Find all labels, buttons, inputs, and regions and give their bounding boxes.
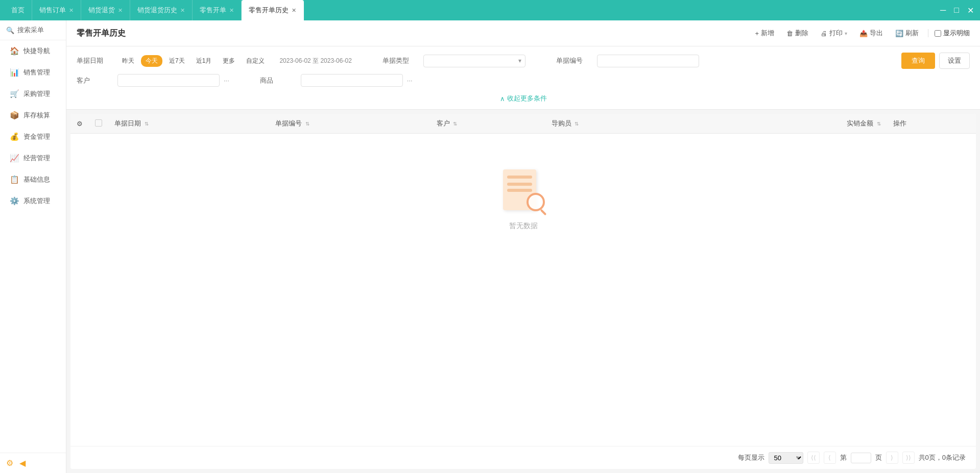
sidebar-collapse-icon[interactable]: ◀ [19,458,26,468]
sort-doc-date-icon[interactable]: ⇅ [145,121,149,127]
purchase-mgmt-icon: 🛒 [10,89,19,98]
sidebar-item-basic-info[interactable]: 📋 基础信息 [0,169,66,190]
sidebar-item-quick-nav[interactable]: 🏠 快捷导航 [0,40,66,62]
filter-row-date: 单据日期 昨天 今天 近7天 近1月 更多 自定义 2023-06-02 至 2… [77,53,970,69]
tab-retail-open[interactable]: 零售开单 ✕ [193,0,242,20]
content-area: 零售开单历史 + 新增 🗑 删除 🖨 打印 ▾ 📤 导出 [66,20,980,473]
print-dropdown-icon: ▾ [845,31,847,36]
sales-mgmt-icon: 📊 [10,68,19,77]
sidebar: 🔍 搜索采单 🏠 快捷导航 📊 销售管理 🛒 采购管理 📦 库存核算 💰 资金管… [0,20,66,473]
tab-retail-open-history-close[interactable]: ✕ [292,7,296,14]
date-btn-7days[interactable]: 近7天 [164,55,189,67]
doc-no-input[interactable] [597,55,699,67]
page-title: 零售开单历史 [77,28,126,39]
add-button[interactable]: + 新增 [752,27,777,40]
refresh-button[interactable]: 🔄 刷新 [892,27,922,40]
prev-page-button[interactable]: ⟨ [824,452,836,464]
goods-input[interactable] [301,74,403,87]
sort-customer-icon[interactable]: ⇅ [453,121,457,127]
collapse-row: ∧ 收起更多条件 [77,92,970,103]
print-button[interactable]: 🖨 打印 ▾ [818,27,850,40]
inventory-icon: 📦 [10,111,19,120]
display-detail-toggle[interactable]: 显示明细 [935,29,970,38]
tab-retail-open-history[interactable]: 零售开单历史 ✕ [242,0,304,20]
th-spacer [683,114,726,134]
tab-sales-return-history[interactable]: 销货退货历史 ✕ [130,0,193,20]
delete-icon: 🗑 [786,30,793,37]
minimize-button[interactable]: ─ [938,4,948,17]
empty-illustration [498,164,549,215]
date-range-display: 2023-06-02 至 2023-06-02 [279,57,351,65]
sidebar-item-system[interactable]: ⚙️ 系统管理 [0,190,66,212]
customer-more-icon[interactable]: ··· [224,77,229,84]
table-section: ⚙ 单据日期 ⇅ 单据编号 ⇅ [70,114,976,469]
add-icon: + [755,30,759,37]
table-container: ⚙ 单据日期 ⇅ 单据编号 ⇅ [70,114,976,446]
column-settings-icon[interactable]: ⚙ [77,120,83,128]
sort-doc-no-icon[interactable]: ⇅ [305,121,309,127]
date-btn-today[interactable]: 今天 [141,55,162,67]
tab-home[interactable]: 首页 [4,0,32,20]
first-page-button[interactable]: ⟨⟨ [807,452,820,464]
finance-icon: 💰 [10,132,19,141]
select-all-checkbox[interactable] [95,119,102,127]
date-btn-1month[interactable]: 近1月 [192,55,217,67]
doc-no-label: 单据编号 [556,56,587,65]
tab-sales-return[interactable]: 销货退货 ✕ [81,0,130,20]
sidebar-search[interactable]: 🔍 搜索采单 [0,20,66,40]
collapse-button[interactable]: ∧ 收起更多条件 [500,94,547,103]
sidebar-item-operations[interactable]: 📈 经营管理 [0,147,66,169]
sidebar-item-sales-mgmt[interactable]: 📊 销售管理 [0,62,66,83]
collapse-up-icon: ∧ [500,95,505,103]
date-btn-more[interactable]: 更多 [218,55,240,67]
refresh-icon: 🔄 [895,30,903,37]
sidebar-item-purchase-mgmt[interactable]: 🛒 采购管理 [0,83,66,105]
th-doc-no: 单据编号 ⇅ [269,114,430,134]
filter-panel: 单据日期 昨天 今天 近7天 近1月 更多 自定义 2023-06-02 至 2… [66,46,980,110]
search-button[interactable]: 查询 [901,53,935,69]
display-detail-checkbox[interactable] [935,30,941,37]
filter-row-customer: 客户 ··· 商品 ··· [77,74,970,87]
tab-sales-return-history-close[interactable]: ✕ [180,7,185,14]
empty-search-handle [540,209,546,216]
sort-salesperson-icon[interactable]: ⇅ [575,121,579,127]
date-quick-btns: 昨天 今天 近7天 近1月 更多 自定义 [117,55,269,67]
date-btn-yesterday[interactable]: 昨天 [117,55,139,67]
date-btn-custom[interactable]: 自定义 [242,55,269,67]
goods-more-icon[interactable]: ··· [407,77,413,84]
quick-nav-icon: 🏠 [10,46,19,56]
th-customer: 客户 ⇅ [431,114,545,134]
customer-label: 客户 [77,76,107,85]
last-page-button[interactable]: ⟩⟩ [902,452,915,464]
per-page-select[interactable]: 10 20 50 100 [769,452,803,464]
close-button[interactable]: ✕ [965,4,976,17]
window-controls: ─ □ ✕ [938,4,976,17]
sidebar-settings-icon[interactable]: ⚙ [6,458,13,468]
sidebar-item-finance[interactable]: 💰 资金管理 [0,126,66,147]
tab-retail-open-close[interactable]: ✕ [229,7,234,14]
sidebar-item-inventory[interactable]: 📦 库存核算 [0,105,66,126]
empty-state: 暂无数据 [70,134,976,261]
tab-sales-order-close[interactable]: ✕ [69,7,74,14]
doc-type-select[interactable] [423,55,525,67]
export-button[interactable]: 📤 导出 [856,27,886,40]
tab-sales-return-close[interactable]: ✕ [118,7,123,14]
operations-icon: 📈 [10,154,19,163]
th-checkbox [89,114,108,134]
page-input[interactable]: 1 [851,453,871,463]
main-table: ⚙ 单据日期 ⇅ 单据编号 ⇅ [70,114,976,134]
doc-type-select-wrapper [423,55,525,67]
maximize-button[interactable]: □ [952,4,961,17]
next-page-button[interactable]: ⟩ [886,452,898,464]
per-page-select-wrapper: 10 20 50 100 [769,452,803,464]
tab-sales-order[interactable]: 销售订单 ✕ [32,0,81,20]
th-salesperson: 导购员 ⇅ [545,114,683,134]
date-filter-label: 单据日期 [77,56,107,65]
sort-amount-icon[interactable]: ⇅ [877,121,881,127]
customer-input[interactable] [117,74,220,87]
total-info: 共0页，0条记录 [919,453,966,462]
customer-input-wrapper: ··· [117,74,229,87]
delete-button[interactable]: 🗑 删除 [783,27,811,40]
system-icon: ⚙️ [10,196,19,206]
settings-button[interactable]: 设置 [939,53,970,69]
